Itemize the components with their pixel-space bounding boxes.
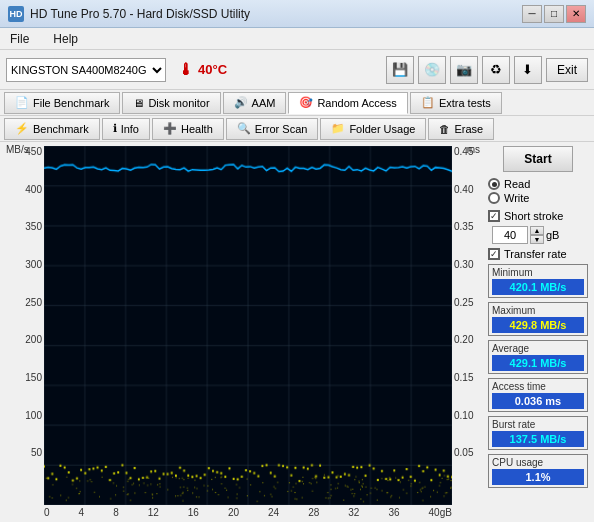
short-stroke-input[interactable] — [492, 226, 528, 244]
error-scan-button[interactable]: 🔍 Error Scan — [226, 118, 319, 140]
chart-container: MB/s ms 450 400 350 300 250 200 150 100 … — [0, 142, 486, 522]
read-label: Read — [504, 178, 530, 190]
title-bar: HD HD Tune Pro 5.70 - Hard Disk/SSD Util… — [0, 0, 594, 28]
close-button[interactable]: ✕ — [566, 5, 586, 23]
access-time-stat: Access time 0.036 ms — [488, 378, 588, 412]
toolbar-icons: 💾 💿 📷 ♻ ⬇ Exit — [386, 56, 588, 84]
nav-row-2: ⚡ Benchmark ℹ Info ➕ Health 🔍 Error Scan… — [0, 116, 594, 142]
toolbar: KINGSTON SA400M8240G (240 gB) 🌡 40°C 💾 💿… — [0, 50, 594, 90]
folder-usage-button[interactable]: 📁 Folder Usage — [320, 118, 426, 140]
menu-help[interactable]: Help — [47, 30, 84, 48]
nav-row-1: 📄 File Benchmark 🖥 Disk monitor 🔊 AAM 🎯 … — [0, 90, 594, 116]
read-radio[interactable] — [488, 178, 500, 190]
start-button[interactable]: Start — [503, 146, 573, 172]
short-stroke-checkbox[interactable] — [488, 210, 500, 222]
exit-button[interactable]: Exit — [546, 58, 588, 82]
transfer-rate-checkbox-row: Transfer rate — [488, 248, 588, 260]
read-write-group: Read Write — [488, 176, 588, 206]
main-content: MB/s ms 450 400 350 300 250 200 150 100 … — [0, 142, 594, 522]
transfer-rate-label: Transfer rate — [504, 248, 567, 260]
camera-icon-btn[interactable]: 📷 — [450, 56, 478, 84]
short-stroke-label: Short stroke — [504, 210, 563, 222]
y-axis-left: 450 400 350 300 250 200 150 100 50 — [8, 146, 42, 485]
file-benchmark-button[interactable]: 📄 File Benchmark — [4, 92, 120, 114]
drive-select[interactable]: KINGSTON SA400M8240G (240 gB) — [6, 58, 166, 82]
spinner-down[interactable]: ▼ — [530, 235, 544, 244]
write-radio[interactable] — [488, 192, 500, 204]
gb-label: gB — [546, 229, 559, 241]
short-stroke-checkbox-row: Short stroke — [488, 210, 588, 222]
cpu-usage-stat: CPU usage 1.1% — [488, 454, 588, 488]
benchmark-chart — [44, 146, 452, 505]
transfer-rate-checkbox[interactable] — [488, 248, 500, 260]
hdd-icon-btn[interactable]: 💾 — [386, 56, 414, 84]
info-button[interactable]: ℹ Info — [102, 118, 150, 140]
disk-icon-btn[interactable]: 💿 — [418, 56, 446, 84]
cpu-usage-label: CPU usage — [492, 457, 584, 468]
benchmark-icon: ⚡ — [15, 122, 29, 135]
down-icon-btn[interactable]: ⬇ — [514, 56, 542, 84]
burst-rate-label: Burst rate — [492, 419, 584, 430]
recycle-icon-btn[interactable]: ♻ — [482, 56, 510, 84]
app-icon: HD — [8, 6, 24, 22]
benchmark-button[interactable]: ⚡ Benchmark — [4, 118, 100, 140]
write-label: Write — [504, 192, 529, 204]
window-title: HD Tune Pro 5.70 - Hard Disk/SSD Utility — [30, 7, 250, 21]
side-panel: Start Read Write Short stroke ▲ ▼ gB — [486, 142, 594, 522]
file-benchmark-icon: 📄 — [15, 96, 29, 109]
thermometer-icon: 🌡 — [178, 61, 194, 79]
read-radio-label[interactable]: Read — [488, 178, 588, 190]
temperature-value: 40°C — [198, 62, 227, 77]
maximum-label: Maximum — [492, 305, 584, 316]
access-time-label: Access time — [492, 381, 584, 392]
spinner-row: ▲ ▼ gB — [492, 226, 588, 244]
average-stat: Average 429.1 MB/s — [488, 340, 588, 374]
burst-rate-stat: Burst rate 137.5 MB/s — [488, 416, 588, 450]
menu-bar: File Help — [0, 28, 594, 50]
disk-monitor-icon: 🖥 — [133, 97, 144, 109]
health-icon: ➕ — [163, 122, 177, 135]
minimum-stat: Minimum 420.1 MB/s — [488, 264, 588, 298]
maximum-stat: Maximum 429.8 MB/s — [488, 302, 588, 336]
cpu-usage-value: 1.1% — [492, 469, 584, 485]
menu-file[interactable]: File — [4, 30, 35, 48]
access-time-value: 0.036 ms — [492, 393, 584, 409]
disk-monitor-button[interactable]: 🖥 Disk monitor — [122, 92, 220, 114]
health-button[interactable]: ➕ Health — [152, 118, 224, 140]
info-icon: ℹ — [113, 122, 117, 135]
average-value: 429.1 MB/s — [492, 355, 584, 371]
spinner-buttons: ▲ ▼ — [530, 226, 544, 244]
minimum-label: Minimum — [492, 267, 584, 278]
random-access-icon: 🎯 — [299, 96, 313, 109]
minimize-button[interactable]: ─ — [522, 5, 542, 23]
extra-tests-button[interactable]: 📋 Extra tests — [410, 92, 502, 114]
y-axis-right: 0.45 0.40 0.35 0.30 0.25 0.20 0.15 0.10 … — [454, 146, 480, 485]
write-radio-label[interactable]: Write — [488, 192, 588, 204]
chart-outer: MB/s ms 450 400 350 300 250 200 150 100 … — [44, 146, 452, 518]
random-access-button[interactable]: 🎯 Random Access — [288, 92, 407, 114]
average-label: Average — [492, 343, 584, 354]
x-axis: 0 4 8 12 16 20 24 28 32 36 40gB — [44, 505, 452, 518]
burst-rate-value: 137.5 MB/s — [492, 431, 584, 447]
aam-icon: 🔊 — [234, 96, 248, 109]
aam-button[interactable]: 🔊 AAM — [223, 92, 287, 114]
restore-button[interactable]: □ — [544, 5, 564, 23]
erase-button[interactable]: 🗑 Erase — [428, 118, 494, 140]
extra-tests-icon: 📋 — [421, 96, 435, 109]
folder-usage-icon: 📁 — [331, 122, 345, 135]
maximum-value: 429.8 MB/s — [492, 317, 584, 333]
error-scan-icon: 🔍 — [237, 122, 251, 135]
minimum-value: 420.1 MB/s — [492, 279, 584, 295]
temperature-display: 🌡 40°C — [178, 61, 227, 79]
erase-icon: 🗑 — [439, 123, 450, 135]
spinner-up[interactable]: ▲ — [530, 226, 544, 235]
